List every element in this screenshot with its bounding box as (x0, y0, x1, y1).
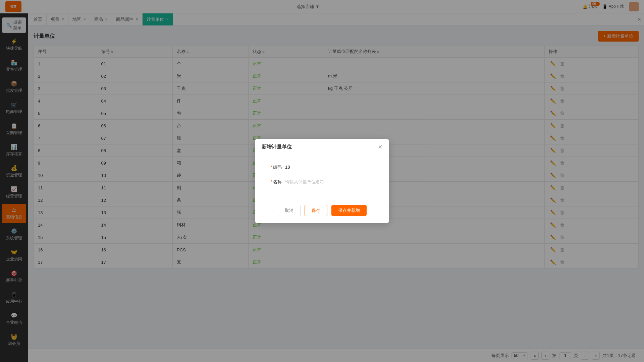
form-row-code: *编码 (262, 163, 382, 171)
name-label: *名称 (262, 179, 282, 185)
cancel-button[interactable]: 取消 (278, 205, 301, 216)
modal-close-button[interactable]: ✕ (378, 144, 382, 150)
modal-title: 新增计量单位 (262, 144, 292, 150)
save-and-new-button[interactable]: 保存并新增 (331, 205, 367, 216)
modal-footer: 取消 保存 保存并新增 (255, 201, 389, 223)
save-button[interactable]: 保存 (305, 205, 327, 216)
code-label: *编码 (262, 164, 282, 170)
form-row-name: *名称 (262, 178, 382, 186)
add-unit-modal: 新增计量单位 ✕ *编码 *名称 取消 保存 保存并新增 (255, 139, 389, 223)
code-input[interactable] (285, 163, 382, 171)
modal-overlay: 新增计量单位 ✕ *编码 *名称 取消 保存 保存并新增 (0, 0, 644, 362)
modal-body: *编码 *名称 (255, 155, 389, 201)
modal-header: 新增计量单位 ✕ (255, 139, 389, 155)
name-input[interactable] (285, 178, 382, 186)
